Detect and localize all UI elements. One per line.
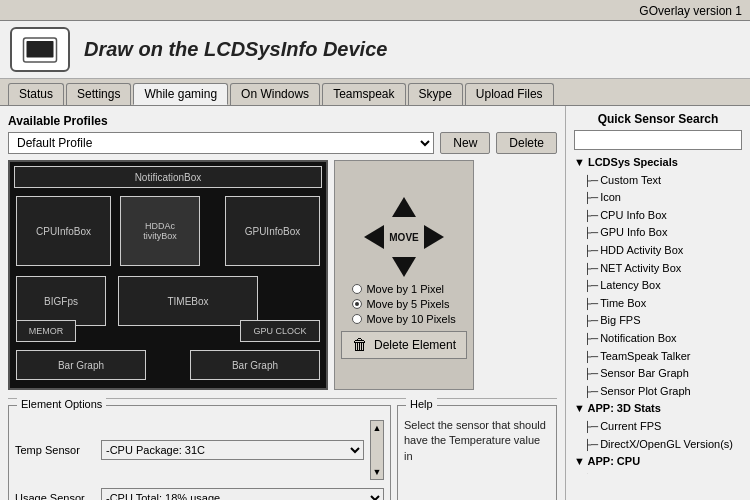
- tab-on-windows[interactable]: On Windows: [230, 83, 320, 105]
- tree-item-sensor-plot-graph[interactable]: Sensor Plot Graph: [574, 383, 742, 401]
- main-content: Available Profiles Default Profile New D…: [0, 105, 750, 500]
- temp-sensor-row: Temp Sensor -CPU Package: 31C ▲ ▼: [15, 420, 384, 480]
- scroll-up-arrow[interactable]: ▲: [373, 423, 382, 433]
- move-1px-option[interactable]: Move by 1 Pixel: [352, 283, 455, 295]
- move-options: Move by 1 Pixel Move by 5 Pixels Move by…: [352, 283, 455, 325]
- tree-group-cpu[interactable]: ▼ APP: CPU: [574, 453, 742, 471]
- tree-item-big-fps[interactable]: Big FPS: [574, 312, 742, 330]
- bigfps-box-element[interactable]: BIGFps: [16, 276, 106, 326]
- tab-teamspeak[interactable]: Teamspeak: [322, 83, 405, 105]
- tree-item-custom-text[interactable]: Custom Text: [574, 172, 742, 190]
- move-1px-radio[interactable]: [352, 284, 362, 294]
- time-box-element[interactable]: TIMEBox: [118, 276, 258, 326]
- help-panel: Help Select the sensor that should have …: [397, 405, 557, 500]
- title-bar: GOverlay version 1: [0, 0, 750, 21]
- tree-item-cpu-info-box[interactable]: CPU Info Box: [574, 207, 742, 225]
- delete-element-button[interactable]: 🗑 Delete Element: [341, 331, 467, 359]
- tab-while-gaming[interactable]: While gaming: [133, 83, 228, 105]
- tree-item-current-fps[interactable]: Current FPS: [574, 418, 742, 436]
- profiles-select[interactable]: Default Profile: [8, 132, 434, 154]
- profiles-section: Available Profiles Default Profile New D…: [8, 114, 557, 154]
- tree-item-time-box[interactable]: Time Box: [574, 295, 742, 313]
- move-up-button[interactable]: [392, 197, 416, 217]
- temp-sensor-scrollbar[interactable]: ▲ ▼: [370, 420, 384, 480]
- lcd-canvas[interactable]: NotificationBox CPUInfoBox HDDAc tivityB…: [8, 160, 328, 390]
- bottom-section: Element Options Temp Sensor -CPU Package…: [8, 398, 557, 500]
- profiles-header: Available Profiles: [8, 114, 557, 128]
- app-header: Draw on the LCDSysInfo Device: [0, 21, 750, 79]
- notification-box-element[interactable]: NotificationBox: [14, 166, 322, 188]
- tab-upload-files[interactable]: Upload Files: [465, 83, 554, 105]
- move-label: MOVE: [389, 232, 418, 243]
- cpu-info-box-element[interactable]: CPUInfoBox: [16, 196, 111, 266]
- delete-profile-button[interactable]: Delete: [496, 132, 557, 154]
- new-button[interactable]: New: [440, 132, 490, 154]
- tree-item-sensor-bar-graph[interactable]: Sensor Bar Graph: [574, 365, 742, 383]
- temp-sensor-label: Temp Sensor: [15, 444, 95, 456]
- temp-sensor-select[interactable]: -CPU Package: 31C: [101, 440, 364, 460]
- tree-item-notification-box[interactable]: Notification Box: [574, 330, 742, 348]
- move-right-button[interactable]: [424, 225, 444, 249]
- tab-settings[interactable]: Settings: [66, 83, 131, 105]
- tree-item-teamspeak-talker[interactable]: TeamSpeak Talker: [574, 348, 742, 366]
- element-options-panel: Element Options Temp Sensor -CPU Package…: [8, 405, 391, 500]
- bar-graph-right-element[interactable]: Bar Graph: [190, 350, 320, 380]
- move-controls-panel: MOVE Move by 1 Pixel Move by 5 Pixels Mo…: [334, 160, 474, 390]
- move-10px-option[interactable]: Move by 10 Pixels: [352, 313, 455, 325]
- tree-group-lcdsys[interactable]: ▼ LCDSys Specials: [574, 154, 742, 172]
- tabs-bar: Status Settings While gaming On Windows …: [0, 79, 750, 105]
- move-5px-option[interactable]: Move by 5 Pixels: [352, 298, 455, 310]
- profiles-row: Default Profile New Delete: [8, 132, 557, 154]
- gpu-info-box-element[interactable]: GPUInfoBox: [225, 196, 320, 266]
- tree-item-directx-version[interactable]: DirectX/OpenGL Version(s): [574, 436, 742, 454]
- tree-item-cpu-usage[interactable]: CPU % Usage: [574, 471, 742, 474]
- search-input[interactable]: [574, 130, 742, 150]
- tree-group-3d-stats[interactable]: ▼ APP: 3D Stats: [574, 400, 742, 418]
- tab-status[interactable]: Status: [8, 83, 64, 105]
- tree-item-gpu-info-box[interactable]: GPU Info Box: [574, 224, 742, 242]
- move-5px-radio[interactable]: [352, 299, 362, 309]
- help-legend: Help: [406, 398, 437, 410]
- svg-rect-1: [27, 41, 54, 58]
- usage-sensor-row: Usage Sensor -CPU Total: 18% usage: [15, 488, 384, 500]
- tree-item-net-activity-box[interactable]: NET Activity Box: [574, 260, 742, 278]
- tree-item-icon[interactable]: Icon: [574, 189, 742, 207]
- device-icon: [10, 27, 70, 72]
- element-options-legend: Element Options: [17, 398, 106, 410]
- move-left-button[interactable]: [364, 225, 384, 249]
- right-panel: Quick Sensor Search ▼ LCDSys Specials Cu…: [565, 106, 750, 500]
- move-diamond: MOVE: [364, 197, 444, 277]
- tree-item-latency-box[interactable]: Latency Box: [574, 277, 742, 295]
- left-panel: Available Profiles Default Profile New D…: [0, 106, 565, 500]
- tree-item-hdd-activity-box[interactable]: HDD Activity Box: [574, 242, 742, 260]
- trash-icon: 🗑: [352, 336, 368, 354]
- help-text: Select the sensor that should have the T…: [404, 418, 550, 464]
- tab-skype[interactable]: Skype: [408, 83, 463, 105]
- gpu-clock-box-element[interactable]: GPU CLOCK: [240, 320, 320, 342]
- app-header-title: Draw on the LCDSysInfo Device: [84, 38, 387, 61]
- mem-box-element[interactable]: MEMOR: [16, 320, 76, 342]
- app-title-bar: GOverlay version 1: [639, 4, 742, 18]
- canvas-area: NotificationBox CPUInfoBox HDDAc tivityB…: [8, 160, 557, 390]
- hdd-activity-box-element[interactable]: HDDAc tivityBox: [120, 196, 200, 266]
- usage-sensor-label: Usage Sensor: [15, 492, 95, 500]
- sensor-tree: ▼ LCDSys Specials Custom Text Icon CPU I…: [574, 154, 742, 474]
- bar-graph-left-element[interactable]: Bar Graph: [16, 350, 146, 380]
- move-10px-radio[interactable]: [352, 314, 362, 324]
- usage-sensor-select[interactable]: -CPU Total: 18% usage: [101, 488, 384, 500]
- move-down-button[interactable]: [392, 257, 416, 277]
- search-header: Quick Sensor Search: [574, 112, 742, 126]
- scroll-down-arrow[interactable]: ▼: [373, 467, 382, 477]
